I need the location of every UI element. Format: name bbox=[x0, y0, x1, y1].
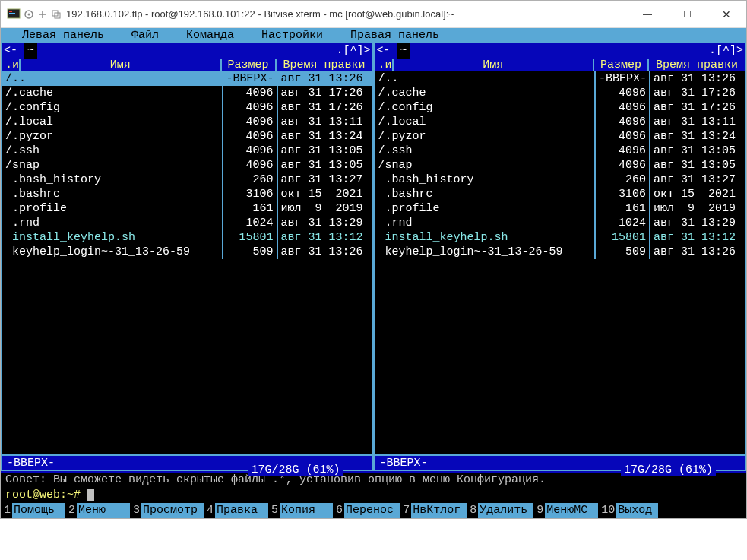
fkey-8[interactable]: 8Удалить bbox=[467, 503, 533, 518]
fkey-label: Выход bbox=[616, 503, 658, 518]
file-row[interactable]: .bashrc3106окт 15 2021 bbox=[375, 187, 745, 201]
plus-icon[interactable] bbox=[37, 9, 48, 20]
fkey-2[interactable]: 2Меню bbox=[65, 503, 130, 518]
file-row[interactable]: /snap4096авг 31 13:05 bbox=[375, 158, 745, 172]
function-keys: 1Помощь2Меню3Просмотр4Правка5Копия6Перен… bbox=[1, 503, 746, 518]
file-mtime: авг 31 13:27 bbox=[649, 172, 745, 187]
col-mtime[interactable]: Время правки bbox=[277, 59, 372, 71]
file-row[interactable]: install_keyhelp.sh15801авг 31 13:12 bbox=[375, 230, 745, 245]
fkey-5[interactable]: 5Копия bbox=[268, 503, 333, 518]
menu-left-panel[interactable]: Левая панель bbox=[8, 28, 118, 43]
fkey-9[interactable]: 9МенюМС bbox=[533, 503, 598, 518]
col-dot[interactable]: .и bbox=[375, 59, 394, 71]
maximize-button[interactable]: ☐ bbox=[673, 4, 701, 25]
fkey-number: 8 bbox=[467, 503, 478, 518]
file-mtime: авг 31 13:26 bbox=[277, 245, 372, 259]
panel-nav-right[interactable]: .[^]> bbox=[336, 43, 370, 59]
file-row[interactable]: .bash_history260авг 31 13:27 bbox=[2, 172, 372, 187]
menu-file[interactable]: Файл bbox=[118, 28, 173, 43]
file-name: install_keyhelp.sh bbox=[375, 230, 595, 245]
file-row[interactable]: .bashrc3106окт 15 2021 bbox=[2, 187, 372, 201]
panel-nav-left[interactable]: <- bbox=[377, 43, 391, 59]
file-row[interactable]: /..-ВВЕРХ-авг 31 13:26 bbox=[375, 71, 745, 86]
file-row[interactable]: keyhelp_login~-31_13-26-59509авг 31 13:2… bbox=[375, 245, 745, 259]
file-mtime: авг 31 13:26 bbox=[649, 245, 745, 259]
file-size: 4096 bbox=[594, 115, 649, 129]
file-name: .bash_history bbox=[2, 172, 222, 187]
minimize-button[interactable]: — bbox=[634, 4, 661, 25]
file-size: 1024 bbox=[222, 216, 277, 230]
file-mtime: июл 9 2019 bbox=[649, 201, 745, 216]
file-mtime: июл 9 2019 bbox=[277, 201, 372, 216]
panel-nav-left[interactable]: <- bbox=[4, 43, 17, 59]
panel-nav-right[interactable]: .[^]> bbox=[709, 43, 743, 59]
col-size[interactable]: Размер bbox=[594, 59, 649, 71]
file-row[interactable]: /.config4096авг 31 17:26 bbox=[2, 100, 372, 115]
file-row[interactable]: .profile161июл 9 2019 bbox=[375, 201, 745, 216]
left-disk-usage: 17G/28G (61%) bbox=[248, 464, 343, 476]
clone-icon[interactable] bbox=[51, 9, 62, 20]
fkey-7[interactable]: 7НвКтлог bbox=[400, 503, 467, 518]
file-row[interactable]: .rnd1024авг 31 13:29 bbox=[375, 216, 745, 230]
file-size: 4096 bbox=[222, 86, 277, 100]
file-mtime: окт 15 2021 bbox=[277, 187, 372, 201]
file-size: 15801 bbox=[222, 230, 277, 245]
cursor bbox=[87, 489, 94, 501]
file-row[interactable]: /.ssh4096авг 31 13:05 bbox=[2, 144, 372, 158]
file-row[interactable]: /.local4096авг 31 13:11 bbox=[375, 115, 745, 129]
file-row[interactable]: keyhelp_login~-31_13-26-59509авг 31 13:2… bbox=[2, 245, 372, 259]
fkey-number: 3 bbox=[130, 503, 141, 518]
fkey-label: Меню bbox=[77, 503, 130, 518]
file-row[interactable]: /..-ВВЕРХ-авг 31 13:26 bbox=[2, 71, 372, 86]
menu-options[interactable]: Настройки bbox=[248, 28, 337, 43]
file-name: /.local bbox=[2, 115, 222, 129]
col-dot[interactable]: .и bbox=[2, 59, 21, 71]
shell-prompt[interactable]: root@web:~# bbox=[1, 488, 746, 503]
fkey-6[interactable]: 6Перенос bbox=[333, 503, 400, 518]
fkey-number: 6 bbox=[333, 503, 344, 518]
col-name[interactable]: Имя bbox=[394, 59, 595, 71]
col-size[interactable]: Размер bbox=[222, 59, 277, 71]
file-mtime: авг 31 13:05 bbox=[649, 144, 745, 158]
fkey-1[interactable]: 1Помощь bbox=[1, 503, 65, 518]
file-name: /.local bbox=[375, 115, 595, 129]
file-row[interactable]: .rnd1024авг 31 13:29 bbox=[2, 216, 372, 230]
file-name: /snap bbox=[2, 158, 222, 172]
file-name: .profile bbox=[2, 201, 222, 216]
file-mtime: авг 31 13:05 bbox=[649, 158, 745, 172]
fkey-10[interactable]: 10Выход bbox=[598, 503, 658, 518]
col-name[interactable]: Имя bbox=[21, 59, 222, 71]
file-row[interactable]: /.ssh4096авг 31 13:05 bbox=[375, 144, 745, 158]
fkey-label: Правка bbox=[215, 503, 268, 518]
file-name: /.config bbox=[375, 100, 595, 115]
file-row[interactable]: install_keyhelp.sh15801авг 31 13:12 bbox=[2, 230, 372, 245]
right-panel-path[interactable]: ~ bbox=[397, 43, 410, 59]
titlebar[interactable]: 192.168.0.102.tlp - root@192.168.0.101:2… bbox=[1, 1, 746, 28]
file-size: 4096 bbox=[594, 100, 649, 115]
file-row[interactable]: .bash_history260авг 31 13:27 bbox=[375, 172, 745, 187]
file-size: 4096 bbox=[594, 129, 649, 144]
close-button[interactable]: ✕ bbox=[713, 4, 740, 25]
file-mtime: авг 31 13:26 bbox=[277, 71, 372, 86]
mc-menubar: Левая панель Файл Команда Настройки Прав… bbox=[1, 28, 746, 43]
fkey-label: Помощь bbox=[12, 503, 65, 518]
left-panel-path[interactable]: ~ bbox=[24, 43, 37, 59]
file-row[interactable]: /snap4096авг 31 13:05 bbox=[2, 158, 372, 172]
fkey-4[interactable]: 4Правка bbox=[204, 503, 268, 518]
menu-right-panel[interactable]: Правая панель bbox=[337, 28, 453, 43]
file-row[interactable]: /.pyzor4096авг 31 13:24 bbox=[2, 129, 372, 144]
col-mtime[interactable]: Время правки bbox=[649, 59, 745, 71]
menu-command[interactable]: Команда bbox=[173, 28, 248, 43]
file-row[interactable]: .profile161июл 9 2019 bbox=[2, 201, 372, 216]
file-size: 4096 bbox=[222, 144, 277, 158]
file-row[interactable]: /.config4096авг 31 17:26 bbox=[375, 100, 745, 115]
file-row[interactable]: /.cache4096авг 31 17:26 bbox=[375, 86, 745, 100]
window-title: 192.168.0.102.tlp - root@192.168.0.101:2… bbox=[62, 8, 634, 20]
file-mtime: авг 31 13:12 bbox=[277, 230, 372, 245]
fkey-label: НвКтлог bbox=[411, 503, 467, 518]
gear-icon[interactable] bbox=[24, 9, 34, 20]
file-row[interactable]: /.cache4096авг 31 17:26 bbox=[2, 86, 372, 100]
file-row[interactable]: /.local4096авг 31 13:11 bbox=[2, 115, 372, 129]
file-row[interactable]: /.pyzor4096авг 31 13:24 bbox=[375, 129, 745, 144]
fkey-3[interactable]: 3Просмотр bbox=[130, 503, 204, 518]
